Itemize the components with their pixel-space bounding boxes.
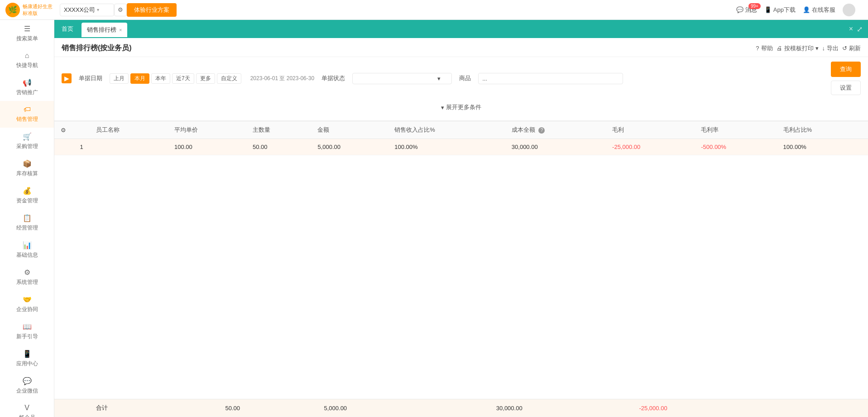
- sidebar-label-inventory: 库存核算: [16, 170, 38, 177]
- sidebar-item-system[interactable]: ⚙ 系统管理: [0, 264, 54, 291]
- refresh-icon: ↺: [842, 45, 847, 52]
- sidebar-items-container: ☰ 搜索菜单 ⌂ 快捷导航 📢 营销推广 🏷 销售管理 🛒 采购管理 📦 库存核…: [0, 20, 54, 417]
- sidebar-label-finance: 资金管理: [16, 197, 38, 205]
- refresh-button[interactable]: ↺ 刷新: [842, 44, 861, 53]
- header-actions: ? 帮助 🖨 按模板打印 ▾ ↓ 导出: [756, 44, 861, 53]
- sidebar-label-purchase: 采购管理: [16, 143, 38, 150]
- sidebar-label-system: 系统管理: [16, 278, 38, 286]
- maximize-icon[interactable]: ⤢: [857, 25, 863, 34]
- table-settings-button[interactable]: 设置: [831, 81, 861, 95]
- goods-filter-label: 商品: [459, 74, 471, 82]
- goods-placeholder: ...: [482, 75, 487, 82]
- help-button[interactable]: ? 帮助: [756, 44, 772, 53]
- goods-input[interactable]: ...: [478, 73, 623, 84]
- col-settings[interactable]: ⚙: [54, 121, 72, 139]
- cost-info-icon[interactable]: ?: [538, 127, 545, 134]
- sidebar-item-member[interactable]: V 畅会员: [0, 399, 54, 417]
- date-range-text: 2023-06-01 至 2023-06-30: [250, 75, 314, 82]
- notification-button[interactable]: 💬 消息 99+: [736, 6, 757, 14]
- row-main-qty-cell: 50.00: [247, 139, 312, 155]
- date-btn-更多[interactable]: 更多: [196, 73, 215, 84]
- sidebar-label-marketing: 营销推广: [16, 89, 38, 96]
- sidebar-label-search: 搜索菜单: [16, 35, 38, 43]
- chevron-down-icon: ▾: [97, 7, 99, 12]
- sidebar-label-weixin: 企业微信: [16, 387, 38, 395]
- sidebar-item-marketing[interactable]: 📢 营销推广: [0, 74, 54, 101]
- sidebar-icon-marketing: 📢: [23, 78, 32, 87]
- footer-cost-amount: 30,000.00: [491, 399, 634, 417]
- sidebar-icon-inventory: 📦: [23, 159, 32, 168]
- row-rank-cell: 1: [72, 139, 91, 155]
- date-btn-近7天[interactable]: 近7天: [172, 73, 194, 84]
- top-bar: 🌿 畅康通好生意 标准版 XXXXX公司 ▾ ⚙ 体验行业方案 💬 消息 99+…: [0, 0, 868, 20]
- col-amount: 金额: [312, 121, 389, 139]
- sidebar-icon-collab: 🤝: [23, 295, 32, 304]
- sidebar-item-search[interactable]: ☰ 搜索菜单: [0, 20, 54, 47]
- col-name: 员工名称: [91, 121, 169, 139]
- service-icon: 👤: [803, 6, 810, 13]
- tab-right-actions: × ⤢: [849, 25, 868, 34]
- avatar[interactable]: [843, 4, 855, 16]
- sidebar-icon-purchase: 🛒: [23, 132, 32, 141]
- gear-settings-button[interactable]: ⚙: [114, 4, 127, 16]
- date-btn-自定义[interactable]: 自定义: [217, 73, 241, 84]
- status-select[interactable]: ▾: [352, 73, 452, 84]
- sidebar-item-inventory[interactable]: 📦 库存核算: [0, 155, 54, 182]
- row-gross-profit-cell: -25,000.00: [607, 139, 695, 155]
- status-filter-label: 单据状态: [321, 74, 345, 82]
- export-icon: ↓: [822, 45, 825, 52]
- tab-bar: 首页 销售排行榜 × × ⤢: [54, 20, 868, 38]
- sales-ranking-tab[interactable]: 销售排行榜 ×: [82, 23, 127, 37]
- sidebar-item-weixin[interactable]: 💬 企业微信: [0, 372, 54, 399]
- row-avg-price-cell: 100.00: [169, 139, 247, 155]
- company-selector[interactable]: XXXXX公司 ▾: [60, 4, 114, 16]
- print-button[interactable]: 🖨 按模板打印 ▾: [777, 44, 819, 53]
- try-industry-button[interactable]: 体验行业方案: [127, 3, 177, 17]
- footer-gross-profit: -25,000.00: [633, 399, 784, 417]
- app-download-button[interactable]: 📱 App下载: [764, 6, 796, 14]
- sidebar-item-management[interactable]: 📋 经营管理: [0, 209, 54, 236]
- help-icon: ?: [756, 45, 759, 52]
- col-cost-amount: 成本全额 ?: [506, 121, 607, 139]
- export-button[interactable]: ↓ 导出: [822, 44, 839, 53]
- sidebar-item-sales[interactable]: 🏷 销售管理: [0, 101, 54, 128]
- date-btn-本月[interactable]: 本月: [130, 73, 149, 84]
- sidebar-item-guide[interactable]: 📖 新手引导: [0, 318, 54, 345]
- date-filter-label: 单据日期: [79, 74, 102, 82]
- query-button[interactable]: 查询: [831, 62, 861, 77]
- online-service-button[interactable]: 👤 在线客服: [803, 6, 835, 14]
- table-footer-table: 合计 50.00 5,000.00 30,000.00 -25,000.00: [54, 399, 868, 417]
- sidebar-icon-sales: 🏷: [24, 105, 31, 114]
- download-icon: 📱: [764, 6, 772, 13]
- page-inner: 销售排行榜(按业务员) ? 帮助 🖨 按模板打印 ▾: [54, 38, 868, 417]
- sidebar-icon-app: 📱: [23, 350, 32, 358]
- logo-area: 🌿 畅康通好生意 标准版: [5, 3, 60, 17]
- row-sales-ratio-cell: 100.00%: [389, 139, 506, 155]
- sidebar-item-purchase[interactable]: 🛒 采购管理: [0, 128, 54, 155]
- sidebar-icon-base: 📊: [23, 241, 32, 249]
- query-area: 查询 设置: [831, 62, 861, 95]
- sidebar-item-finance[interactable]: 💰 资金管理: [0, 182, 54, 209]
- col-gross-profit: 毛利: [607, 121, 695, 139]
- table-header-row: ⚙ 员工名称 平均单价 主数量 金额 销售收入占比% 成本全额: [54, 121, 868, 139]
- footer-label: 合计: [91, 399, 178, 417]
- logo-icon: 🌿: [5, 3, 20, 17]
- sidebar-item-app[interactable]: 📱 应用中心: [0, 345, 54, 372]
- sidebar-item-collab[interactable]: 🤝 企业协同: [0, 291, 54, 318]
- sidebar-item-base[interactable]: 📊 基础信息: [0, 236, 54, 264]
- sidebar-icon-search: ☰: [24, 24, 30, 33]
- col-gross-rate: 毛利率: [695, 121, 777, 139]
- logo-text: 畅康通好生意 标准版: [23, 3, 53, 16]
- date-btn-本年[interactable]: 本年: [151, 73, 170, 84]
- gear-icon: ⚙: [118, 6, 123, 13]
- close-tab-icon[interactable]: ×: [119, 27, 122, 33]
- status-chevron-icon: ▾: [437, 75, 441, 82]
- filter-arrow-button[interactable]: ▶: [62, 73, 72, 83]
- expand-filters-button[interactable]: ▾ 展开更多条件: [436, 101, 487, 113]
- sidebar-label-guide: 新手引导: [16, 333, 38, 340]
- date-btn-上月[interactable]: 上月: [110, 73, 129, 84]
- sidebar-item-nav[interactable]: ⌂ 快捷导航: [0, 47, 54, 74]
- close-window-icon[interactable]: ×: [849, 25, 853, 33]
- home-tab[interactable]: 首页: [54, 20, 81, 38]
- print-icon: 🖨: [777, 45, 782, 52]
